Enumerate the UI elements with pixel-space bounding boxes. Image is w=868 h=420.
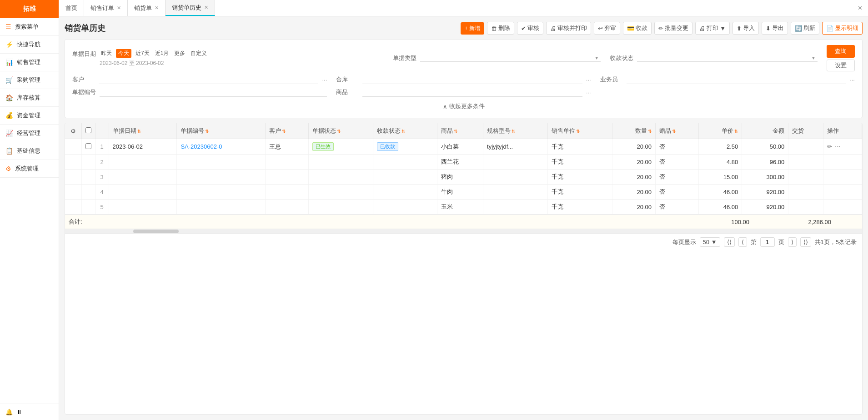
batch-change-button[interactable]: ✏ 批量变更 — [654, 22, 692, 35]
spec-type-cell — [483, 185, 548, 200]
doc-no-cell[interactable] — [177, 170, 265, 185]
product-ellipsis[interactable]: ··· — [586, 89, 591, 96]
customer-input[interactable] — [99, 75, 318, 84]
more-action-icon[interactable]: ⋯ — [835, 143, 841, 150]
close-all-tabs[interactable]: ✕ — [852, 5, 868, 11]
print-button[interactable]: 🖨 打印 ▼ — [695, 22, 730, 35]
export-button[interactable]: ⬇ 导出 — [762, 22, 788, 35]
amount-cell: 96.00 — [742, 155, 788, 170]
sidebar-item-basic-info[interactable]: 📋 基础信息 — [0, 142, 59, 160]
col-spec-type[interactable]: 规格型号⇅ — [483, 123, 548, 139]
next-page-button[interactable]: ⟩ — [788, 237, 797, 247]
warehouse-ellipsis[interactable]: ··· — [586, 76, 591, 83]
doc-no-link[interactable]: SA-20230602-0 — [181, 143, 222, 150]
filter-row-1: 单据日期 昨天 今天 近7天 近1月 更多 自定义 2023-06-02 至 2… — [72, 45, 855, 71]
audit-button[interactable]: ✔ 审核 — [517, 22, 543, 35]
sidebar-item-search-menu[interactable]: ☰ 搜索菜单 — [0, 18, 59, 36]
sidebar-item-quick-nav[interactable]: ⚡ 快捷导航 — [0, 36, 59, 54]
col-doc-no[interactable]: 单据编号⇅ — [177, 123, 265, 139]
warehouse-input[interactable] — [362, 75, 582, 84]
col-doc-date[interactable]: 单据日期⇅ — [109, 123, 177, 139]
horizontal-scrollbar[interactable] — [65, 229, 862, 233]
collapse-button[interactable]: ∧ 收起更多条件 — [72, 100, 855, 112]
sidebar-item-sales-mgmt[interactable]: 📊 销售管理 — [0, 54, 59, 71]
doc-no-cell[interactable] — [177, 185, 265, 200]
select-all-checkbox[interactable] — [85, 127, 91, 133]
sidebar-item-ops-mgmt[interactable]: 📈 经营管理 — [0, 125, 59, 142]
last-page-button[interactable]: ⟩⟩ — [800, 237, 811, 247]
col-unit-price[interactable]: 单价⇅ — [699, 123, 742, 139]
close-tab-sales-goods[interactable]: ✕ — [155, 5, 159, 11]
col-quantity[interactable]: 数量⇅ — [612, 123, 655, 139]
sidebar-item-purchase-mgmt[interactable]: 🛒 采购管理 — [0, 71, 59, 89]
show-detail-button[interactable]: 📄 显示明细 — [822, 22, 863, 35]
col-settings[interactable]: ⚙ — [65, 123, 81, 139]
sidebar-item-label: 基础信息 — [17, 147, 40, 155]
search-menu-icon: ☰ — [5, 23, 11, 30]
salesperson-input[interactable] — [627, 75, 846, 84]
delete-button[interactable]: 🗑 删除 — [487, 22, 514, 35]
prev-page-button[interactable]: ⟨ — [738, 237, 747, 247]
summary-amount: 2,286.00 — [804, 219, 858, 225]
collect-status-select[interactable]: ▼ — [637, 55, 818, 62]
tab-sales-goods[interactable]: 销货单 ✕ — [128, 0, 166, 16]
doc-no-cell[interactable] — [177, 200, 265, 215]
quantity-cell: 20.00 — [612, 200, 655, 215]
setting-button[interactable]: 设置 — [827, 60, 855, 71]
doc-no-input[interactable] — [100, 88, 327, 97]
col-gift[interactable]: 赠品⇅ — [655, 123, 698, 139]
shortcut-custom[interactable]: 自定义 — [189, 49, 208, 58]
product-input[interactable] — [362, 88, 582, 97]
sales-unit-cell: 千克 — [547, 185, 612, 200]
shortcut-1month[interactable]: 近1月 — [154, 49, 171, 58]
tab-sales-order[interactable]: 销售订单 ✕ — [84, 0, 128, 16]
doc-no-cell[interactable] — [177, 155, 265, 170]
first-page-button[interactable]: ⟨⟨ — [724, 237, 735, 247]
col-sales-unit[interactable]: 销售单位⇅ — [547, 123, 612, 139]
col-checkbox[interactable] — [81, 123, 95, 139]
tab-home[interactable]: 首页 — [59, 0, 84, 16]
close-tab-sales-history[interactable]: ✕ — [204, 5, 208, 10]
row-num-cell: 4 — [95, 185, 109, 200]
sidebar-item-inventory[interactable]: 🏠 库存核算 — [0, 89, 59, 107]
shortcut-7days[interactable]: 近7天 — [134, 49, 151, 58]
row-checkbox-cell[interactable] — [81, 170, 95, 185]
new-button[interactable]: + 新增 — [461, 22, 484, 35]
sidebar-item-finance[interactable]: 💰 资金管理 — [0, 107, 59, 125]
collect-button[interactable]: 💳 收款 — [623, 22, 652, 35]
row-checkbox-cell[interactable] — [81, 155, 95, 170]
row-checkbox[interactable] — [85, 143, 91, 149]
table-row: 3 猪肉 千克 20.00 否 15.00 300.00 — [65, 170, 862, 185]
row-checkbox-cell[interactable] — [81, 185, 95, 200]
table-body: 1 2023-06-02 SA-20230602-0 王总 已生效 已收款 小白… — [65, 139, 862, 215]
audit-print-button[interactable]: 🖨 审核并打印 — [546, 22, 591, 35]
shortcut-today[interactable]: 今天 — [116, 49, 131, 58]
col-amount[interactable]: 金额 — [742, 123, 788, 139]
customer-ellipsis[interactable]: ··· — [322, 76, 327, 83]
per-page-select[interactable]: 50 ▼ — [700, 237, 720, 247]
query-button[interactable]: 查询 — [827, 45, 855, 58]
edit-action-icon[interactable]: ✏ — [827, 143, 832, 150]
row-checkbox-cell[interactable] — [81, 200, 95, 215]
col-collect-status[interactable]: 收款状态⇅ — [373, 123, 437, 139]
doc-type-select[interactable]: ▼ — [420, 55, 601, 62]
doc-no-cell[interactable]: SA-20230602-0 — [177, 139, 265, 155]
row-checkbox-cell[interactable] — [81, 139, 95, 155]
shortcut-yesterday[interactable]: 昨天 — [100, 49, 113, 58]
col-product[interactable]: 商品⇅ — [437, 123, 483, 139]
scrollbar-thumb[interactable] — [133, 230, 179, 233]
col-doc-status[interactable]: 单据状态⇅ — [308, 123, 373, 139]
close-tab-sales-order[interactable]: ✕ — [117, 5, 121, 11]
abandon-button[interactable]: ↩ 弃审 — [594, 22, 620, 35]
page-number-input[interactable] — [760, 237, 775, 247]
pause-icon[interactable]: ⏸ — [16, 409, 22, 415]
import-button[interactable]: ⬆ 导入 — [733, 22, 759, 35]
sidebar-item-sys-mgmt[interactable]: ⚙ 系统管理 — [0, 160, 59, 178]
warehouse-filter: 合库 ··· — [336, 75, 591, 84]
shortcut-more[interactable]: 更多 — [173, 49, 186, 58]
tab-sales-history[interactable]: 销货单历史 ✕ — [166, 0, 215, 16]
col-customer[interactable]: 客户⇅ — [265, 123, 308, 139]
salesperson-ellipsis[interactable]: ··· — [850, 76, 855, 83]
refresh-button[interactable]: 🔄 刷新 — [791, 22, 819, 35]
notification-icon[interactable]: 🔔 — [5, 409, 13, 415]
